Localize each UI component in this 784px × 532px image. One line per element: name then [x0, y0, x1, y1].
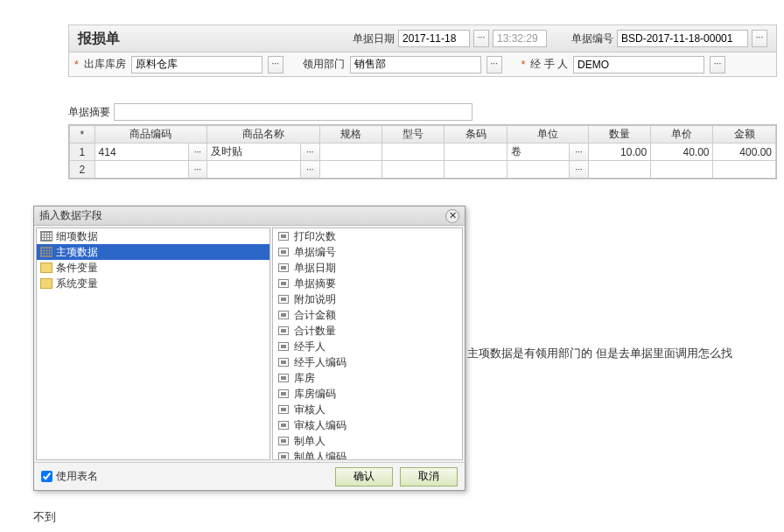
list-item[interactable]: 经手人编码 — [273, 354, 462, 370]
list-item[interactable]: 合计数量 — [273, 323, 462, 339]
handler-label: 经 手 人 — [530, 57, 568, 72]
folder-icon — [40, 278, 52, 289]
list-item[interactable]: 附加说明 — [273, 291, 462, 307]
dept-label: 领用部门 — [303, 57, 345, 72]
annotation-text: 主项数据是有领用部门的 但是去单据里面调用怎么找 — [467, 346, 732, 361]
tree-item-label: 条件变量 — [56, 261, 98, 276]
list-item[interactable]: 经手人 — [273, 339, 462, 354]
ok-button[interactable]: 确认 — [335, 467, 393, 486]
grid-icon — [40, 247, 52, 257]
list-item[interactable]: 审核人 — [273, 402, 462, 417]
cell-barcode[interactable] — [444, 161, 507, 178]
category-tree[interactable]: 细项数据主项数据条件变量系统变量 — [36, 228, 270, 460]
field-list[interactable]: 打印次数单据编号单据日期单据摘要附加说明合计金额合计数量经手人经手人编码库房库房… — [272, 228, 463, 460]
code-lookup-button[interactable]: ··· — [188, 161, 206, 178]
col-model: 型号 — [382, 126, 444, 144]
docno-input[interactable] — [617, 30, 748, 47]
cell-code[interactable] — [94, 161, 188, 178]
dept-lookup-button[interactable]: ··· — [486, 56, 502, 74]
list-item[interactable]: 合计金额 — [273, 307, 462, 323]
cell-price[interactable] — [651, 161, 713, 178]
dept-input[interactable] — [350, 56, 481, 74]
cell-model[interactable] — [382, 144, 444, 161]
col-rownum: * — [70, 126, 95, 144]
cell-price[interactable]: 40.00 — [651, 144, 713, 161]
close-icon[interactable]: ✕ — [445, 209, 459, 223]
cell-name[interactable] — [207, 161, 301, 178]
use-table-name-checkbox[interactable]: 使用表名 — [41, 469, 98, 484]
code-lookup-button[interactable]: ··· — [188, 144, 206, 161]
date-label: 单据日期 — [353, 32, 395, 46]
list-item[interactable]: 制单人 — [273, 433, 462, 449]
docno-lookup-button[interactable]: ··· — [752, 30, 767, 47]
list-item[interactable]: 单据摘要 — [273, 276, 462, 291]
field-label: 经手人编码 — [294, 355, 346, 370]
name-lookup-button[interactable]: ··· — [301, 161, 319, 178]
summary-label: 单据摘要 — [68, 105, 110, 120]
col-qty: 数量 — [588, 126, 650, 144]
col-price: 单价 — [651, 126, 713, 144]
cell-amount[interactable] — [713, 161, 776, 178]
list-item[interactable]: 库房 — [273, 370, 462, 386]
list-item[interactable]: 单据编号 — [273, 244, 462, 260]
title-bar: 报损单 单据日期 ··· 单据编号 ··· — [68, 24, 777, 52]
field-icon — [278, 295, 289, 304]
warehouse-input[interactable] — [131, 56, 262, 74]
summary-input[interactable] — [114, 103, 472, 121]
cell-code[interactable]: 414 — [94, 144, 188, 161]
field-icon — [278, 326, 289, 335]
list-item[interactable]: 单据日期 — [273, 260, 462, 276]
field-label: 制单人编码 — [294, 450, 346, 461]
cell-unit[interactable] — [507, 161, 569, 178]
col-barcode: 条码 — [444, 126, 507, 144]
tree-item[interactable]: 系统变量 — [37, 276, 270, 291]
use-table-name-input[interactable] — [41, 471, 52, 482]
unit-lookup-button[interactable]: ··· — [570, 161, 588, 178]
table-row[interactable]: 2········· — [70, 161, 776, 178]
field-label: 单据摘要 — [294, 276, 336, 291]
time-input[interactable] — [493, 30, 547, 47]
field-label: 经手人 — [294, 340, 326, 354]
col-name: 商品名称 — [207, 126, 320, 144]
tree-item[interactable]: 主项数据 — [37, 244, 270, 260]
detail-grid[interactable]: * 商品编码 商品名称 规格 型号 条码 单位 数量 单价 金额 1414···… — [68, 124, 777, 179]
field-label: 制单人 — [294, 434, 326, 449]
list-item[interactable]: 库房编码 — [273, 386, 462, 402]
date-picker-button[interactable]: ··· — [473, 30, 489, 47]
tree-item[interactable]: 细项数据 — [37, 228, 270, 244]
cell-qty[interactable] — [588, 161, 650, 178]
field-icon — [278, 248, 289, 256]
unit-lookup-button[interactable]: ··· — [570, 144, 588, 161]
cancel-button[interactable]: 取消 — [400, 467, 458, 486]
list-item[interactable]: 制单人编码 — [273, 449, 462, 460]
list-item[interactable]: 打印次数 — [273, 228, 462, 244]
field-icon — [278, 263, 289, 272]
tree-item-label: 细项数据 — [56, 229, 98, 244]
field-label: 审核人编码 — [294, 418, 346, 433]
cell-model[interactable] — [382, 161, 444, 178]
row-number: 2 — [70, 161, 95, 178]
handler-lookup-button[interactable]: ··· — [710, 56, 725, 74]
handler-input[interactable] — [573, 56, 704, 74]
cell-name[interactable]: 及时贴 — [207, 144, 301, 161]
list-item[interactable]: 审核人编码 — [273, 417, 462, 433]
insert-field-dialog: 插入数据字段 ✕ 细项数据主项数据条件变量系统变量 打印次数单据编号单据日期单据… — [33, 206, 466, 491]
field-icon — [278, 374, 289, 382]
cell-spec[interactable] — [319, 161, 382, 178]
cell-amount[interactable]: 400.00 — [713, 144, 776, 161]
grid-icon — [40, 231, 52, 242]
field-icon — [278, 232, 289, 241]
tree-item[interactable]: 条件变量 — [37, 260, 270, 276]
table-row[interactable]: 1414···及时贴···卷···10.0040.00400.00 — [70, 144, 776, 161]
field-label: 单据编号 — [294, 245, 336, 260]
cell-barcode[interactable] — [444, 144, 507, 161]
warehouse-lookup-button[interactable]: ··· — [268, 56, 284, 74]
cell-unit[interactable]: 卷 — [507, 144, 569, 161]
cell-spec[interactable] — [319, 144, 382, 161]
date-input[interactable] — [398, 30, 470, 47]
cell-qty[interactable]: 10.00 — [588, 144, 650, 161]
col-spec: 规格 — [319, 126, 382, 144]
grid-header-row: * 商品编码 商品名称 规格 型号 条码 单位 数量 单价 金额 — [70, 126, 776, 144]
name-lookup-button[interactable]: ··· — [301, 144, 319, 161]
col-unit: 单位 — [507, 126, 588, 144]
